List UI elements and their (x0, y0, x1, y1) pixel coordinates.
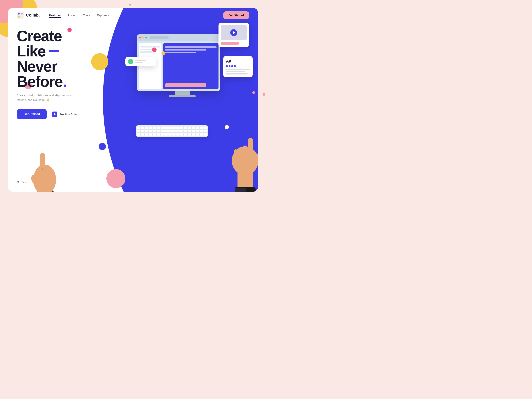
video-play-button[interactable] (230, 29, 237, 36)
underline-decoration (49, 50, 59, 52)
key (200, 133, 203, 136)
key (200, 130, 203, 133)
key (137, 127, 140, 129)
tc-line3 (226, 73, 247, 75)
key (161, 127, 164, 129)
play-icon (52, 112, 57, 117)
hero-actions: Get Started See It In Action! (17, 109, 100, 119)
svg-rect-17 (248, 138, 253, 161)
hero-get-started-button[interactable]: Get Started (17, 109, 47, 119)
chevron-down-icon: ▾ (108, 14, 109, 17)
hero-content: Create Like Never Before. Create, build,… (17, 28, 100, 119)
key (196, 133, 199, 136)
line3 (140, 51, 152, 53)
monitor-content (137, 41, 220, 91)
text-card-aa: Aa (226, 59, 250, 64)
monitor-stand (175, 91, 190, 95)
key (196, 130, 199, 133)
browser-dot-yellow (142, 37, 144, 38)
key (172, 127, 176, 129)
hand-right-container (218, 127, 258, 192)
key (200, 127, 203, 129)
key (141, 127, 144, 129)
svg-rect-20 (234, 149, 238, 162)
key (161, 130, 164, 133)
key (172, 130, 176, 133)
logo-area[interactable]: Collab. (17, 12, 40, 19)
scroll-arrows-icon: ⇕ (17, 180, 19, 184)
key (184, 130, 187, 133)
key (192, 133, 195, 136)
key (180, 130, 184, 133)
nav-pricing[interactable]: Pricing (68, 14, 76, 17)
search-button[interactable] (212, 12, 219, 19)
browser-search-bar (150, 36, 169, 39)
svg-rect-7 (50, 175, 54, 184)
scroll-indicator: ⇕ Scroll (17, 180, 28, 184)
key (188, 130, 191, 133)
key (172, 133, 176, 136)
tc-line2 (226, 71, 245, 72)
key (196, 127, 199, 129)
key (176, 133, 180, 136)
see-in-action-button[interactable]: See It In Action! (52, 112, 79, 117)
key (188, 133, 191, 136)
key (168, 133, 172, 136)
svg-line-1 (216, 16, 217, 17)
nav-features[interactable]: Features (49, 14, 61, 17)
sel-dot3 (231, 65, 233, 67)
key (203, 133, 207, 136)
user-avatar (128, 59, 133, 64)
logo-text: Collab. (26, 13, 40, 18)
key (168, 127, 172, 129)
navbar: Collab. Features Pricing Tours Explore ▾… (8, 8, 258, 23)
key (149, 130, 152, 133)
key (176, 130, 180, 133)
sel-dot1 (226, 65, 228, 67)
nav-get-started-button[interactable]: Get Started (223, 11, 249, 19)
left-panel-lines (140, 46, 160, 53)
key (192, 130, 195, 133)
key (157, 127, 160, 129)
key (149, 133, 152, 136)
key (168, 130, 172, 133)
logo-icon (17, 12, 24, 19)
svg-rect-19 (238, 147, 242, 161)
svg-rect-18 (243, 146, 247, 161)
logo-dot-yellow (18, 16, 20, 18)
key (180, 133, 184, 136)
monitor-mockup (137, 34, 228, 99)
floating-text-card: Aa (223, 56, 253, 77)
tool-dot-pink (152, 48, 157, 52)
panel-pink-bar (165, 83, 206, 87)
logo-dot-purple (18, 13, 20, 15)
video-thumbnail (221, 25, 247, 40)
floating-video-card (218, 23, 249, 47)
browser-bar (137, 34, 220, 41)
outer-dot-right (263, 93, 265, 96)
hero-line1: Create (17, 28, 100, 44)
svg-rect-6 (46, 174, 50, 184)
hand-left-illustration (27, 142, 65, 192)
key (161, 133, 164, 136)
sel-dot4 (234, 65, 236, 67)
key (137, 130, 140, 133)
r-line1 (165, 46, 217, 48)
monitor-base (169, 95, 196, 97)
right-panel-lines (165, 46, 217, 53)
nav-explore[interactable]: Explore ▾ (97, 14, 109, 17)
hero-line3: Never (17, 59, 100, 74)
key (157, 130, 160, 133)
key (149, 127, 152, 129)
key (192, 127, 195, 129)
key (164, 133, 168, 136)
line1 (140, 46, 160, 48)
search-icon (213, 13, 217, 17)
monitor-right-panel (163, 43, 218, 89)
play-triangle (54, 113, 56, 115)
tool-dot-blue (167, 54, 170, 57)
video-caption-bar (221, 42, 239, 45)
nav-tours[interactable]: Tours (83, 14, 90, 17)
key (184, 133, 187, 136)
tc-line1 (226, 69, 250, 70)
